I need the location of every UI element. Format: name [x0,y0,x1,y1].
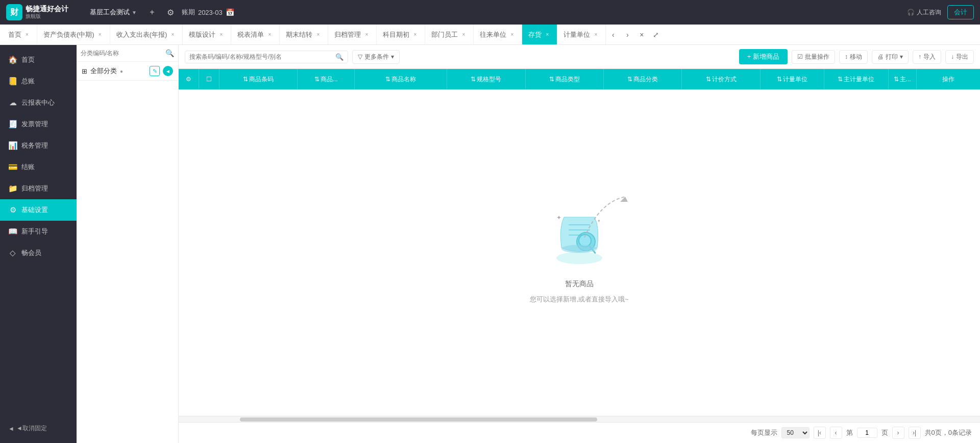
sidebar-item-guide[interactable]: 📖 新手引导 [0,221,77,242]
page-first-button[interactable]: |‹ [814,427,826,439]
th-extra[interactable]: ⇅ 主... [889,69,917,89]
member-icon: ◇ [8,248,17,258]
tab-archive-close[interactable]: × [363,31,370,38]
sidebar-item-member[interactable]: ◇ 畅会员 [0,242,77,264]
left-panel: 🔍 ⊞ 全部分类 ● ✎ ◄ [77,45,179,443]
th-category[interactable]: ⇅ 商品分类 [604,69,682,89]
category-header[interactable]: ⊞ 全部分类 ● ✎ ◄ [77,62,178,81]
tab-inventory[interactable]: 存货 × [522,25,557,45]
company-name: 基层工会测试 [90,8,130,17]
calendar-icon[interactable]: 📅 [226,8,234,16]
th-unit[interactable]: ⇅ 计量单位 [761,69,824,89]
sidebar-item-invoice[interactable]: 🧾 发票管理 [0,113,77,135]
tab-period-end[interactable]: 期末结转 × [280,25,328,45]
sidebar-item-home[interactable]: 🏠 首页 [0,49,77,71]
tab-next-button[interactable]: › [620,28,634,42]
sidebar-item-tax[interactable]: 📊 税务管理 [0,135,77,156]
filter-button[interactable]: ▽ 更多条件 ▾ [352,50,400,64]
batch-button[interactable]: ☑ 批量操作 [792,50,835,64]
tab-income-label: 收入支出表(年报) [116,30,167,39]
page-prev-button[interactable]: ‹ [830,427,842,439]
th-code-sort-icon: ⇅ [314,76,320,83]
tab-expand-button[interactable]: ⤢ [649,28,663,42]
th-code[interactable]: ⇅ 商品... [298,69,354,89]
tab-subject-close[interactable]: × [411,31,419,38]
tab-balance-close[interactable]: × [96,31,104,38]
scrollbar-thumb[interactable] [240,417,597,422]
th-barcode[interactable]: ⇅ 商品条码 [219,69,298,89]
tab-unit-close[interactable]: × [592,31,599,38]
filter-label: 更多条件 [364,53,389,61]
tab-unit[interactable]: 计量单位 × [557,25,606,45]
tab-income[interactable]: 收入支出表(年报) × [110,25,183,45]
move-button[interactable]: ↕ 移动 [839,50,868,64]
tab-archive[interactable]: 归档管理 × [328,25,377,45]
th-name[interactable]: ⇅ 商品名称 [355,69,448,89]
sidebar-item-ledger[interactable]: 📒 总账 [0,71,77,92]
export-button[interactable]: ↓ 导出 [945,50,974,64]
sidebar-item-basic-settings[interactable]: ⚙ 基础设置 [0,199,77,221]
category-edit-button[interactable]: ✎ [150,66,160,76]
horizontal-scrollbar[interactable] [179,416,980,422]
th-checkbox[interactable]: ☐ [199,69,219,89]
move-label: 移动 [850,53,862,61]
print-button[interactable]: 🖨 打印 ▾ [872,50,909,64]
category-search-input[interactable] [81,50,163,57]
tab-dept-close[interactable]: × [460,31,467,38]
th-spec[interactable]: ⇅ 规格型号 [447,69,525,89]
page-last-button[interactable]: ›| [909,427,921,439]
product-search-bar: 🔍 [185,51,348,63]
tabs-bar: 首页 × 资产负债表(中期) × 收入支出表(年报) × 模版设计 × 税表清单… [0,25,980,45]
filter-icon: ▽ [358,53,362,60]
collapse-icon: ◄ [8,425,14,432]
sidebar-item-cloud-reports[interactable]: ☁ 云报表中心 [0,92,77,113]
tab-subject[interactable]: 科目期初 × [377,25,425,45]
sidebar-item-guide-label: 新手引导 [21,227,48,236]
home-icon: 🏠 [8,55,17,64]
tab-contact[interactable]: 往来单位 × [474,25,522,45]
tab-home-close[interactable]: × [23,31,31,38]
svg-text:✦: ✦ [556,214,561,221]
tab-dept[interactable]: 部门员工 × [425,25,474,45]
page-number-input[interactable] [857,428,877,438]
product-search-icon[interactable]: 🔍 [335,53,344,61]
tab-template-close[interactable]: × [217,31,225,38]
product-search-input[interactable] [189,53,332,60]
sidebar-item-archive[interactable]: 📁 归档管理 [0,178,77,199]
tab-home[interactable]: 首页 × [2,25,37,45]
left-panel-collapse-button[interactable]: ◄ [163,66,173,76]
tab-template-label: 模版设计 [189,30,215,39]
th-main-unit[interactable]: ⇅ 主计量单位 [824,69,888,89]
page-next-button[interactable]: › [892,427,904,439]
th-price[interactable]: ⇅ 计价方式 [682,69,760,89]
tab-close-all-button[interactable]: × [634,28,649,42]
add-product-button[interactable]: + 新增商品 [739,49,788,64]
th-type[interactable]: ⇅ 商品类型 [526,69,604,89]
tab-prev-button[interactable]: ‹ [606,28,620,42]
tab-tax[interactable]: 税表清单 × [231,25,280,45]
tab-template[interactable]: 模版设计 × [183,25,231,45]
account-button[interactable]: 会计 [947,5,974,19]
tab-inventory-close[interactable]: × [544,31,551,38]
checkout-icon: 💳 [8,162,17,172]
settings-icon[interactable]: ⚙ [163,5,178,19]
sidebar-item-checkout[interactable]: 💳 结账 [0,156,77,178]
th-main-unit-label: 主计量单位 [844,75,874,84]
support-button[interactable]: 🎧 人工咨询 [907,8,941,17]
company-selector[interactable]: 基层工会测试 ▼ [86,6,141,19]
tab-contact-close[interactable]: × [508,31,516,38]
category-search-icon[interactable]: 🔍 [165,49,174,57]
tab-period-end-close[interactable]: × [314,31,322,38]
page-size-select[interactable]: 50 100 200 [781,427,810,438]
th-settings[interactable]: ⚙ [179,69,199,89]
export-icon: ↓ [951,53,954,60]
sidebar-collapse-button[interactable]: ◄ ◄取消固定 [0,418,77,439]
page-size-label: 每页显示 [751,428,777,437]
tab-tax-close[interactable]: × [266,31,273,38]
th-spec-sort-icon: ⇅ [471,76,476,83]
tab-income-close[interactable]: × [169,31,176,38]
import-button[interactable]: ↑ 导入 [913,50,941,64]
app-edition: 旗舰版 [26,13,68,20]
tab-balance[interactable]: 资产负债表(中期) × [37,25,110,45]
add-tab-button[interactable]: + [145,5,159,19]
